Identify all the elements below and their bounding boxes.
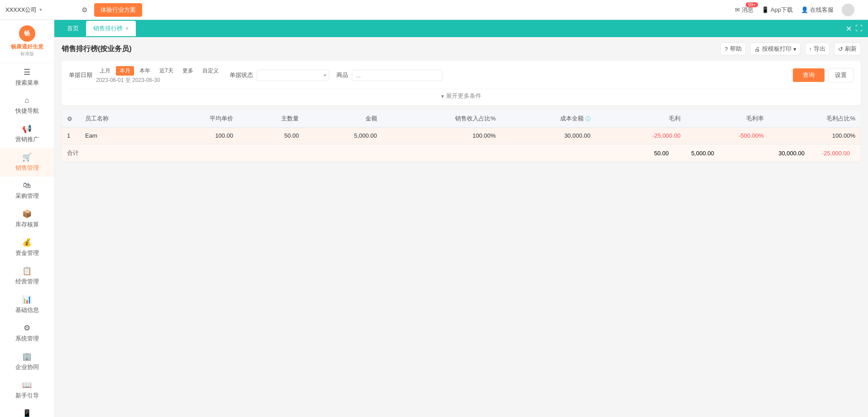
col-name: 员工名称 bbox=[80, 110, 159, 128]
cell-gross: -25,000.00 bbox=[596, 128, 686, 144]
window-maximize-icon[interactable]: ⛶ bbox=[855, 24, 863, 33]
date-filter: 单据日期 上月 本月 本年 近7天 更多 自定义 2023-06-01 至 20… bbox=[69, 66, 222, 84]
cell-cost: 30,000.00 bbox=[501, 128, 596, 144]
cell-amount: 5,000.00 bbox=[304, 128, 382, 144]
col-cost: 成本全额 ⓘ bbox=[501, 110, 596, 128]
col-main-qty: 主数量 bbox=[239, 110, 304, 128]
sidebar-item-inventory[interactable]: 📦 库存核算 bbox=[0, 205, 54, 233]
refresh-button[interactable]: ↺ 刷新 bbox=[834, 43, 861, 55]
sidebar-item-appstore[interactable]: 📱 应用中心 bbox=[0, 404, 54, 417]
company-name: XXXXX公司 bbox=[5, 6, 37, 14]
sidebar-item-operations[interactable]: 📋 经营管理 bbox=[0, 262, 54, 290]
settings-icon[interactable]: ⚙ bbox=[78, 4, 91, 16]
tab-home[interactable]: 首页 bbox=[60, 21, 86, 36]
col-gross: 毛利 bbox=[596, 110, 686, 128]
tab-close-icon[interactable]: × bbox=[125, 25, 129, 32]
online-service-icon: 👤 bbox=[801, 6, 808, 13]
sidebar-item-basics[interactable]: 📊 基础信息 bbox=[0, 290, 54, 319]
sidebar-label-operations: 经营管理 bbox=[15, 278, 39, 286]
date-tab-7days[interactable]: 近7天 bbox=[156, 66, 177, 76]
expand-conditions-button[interactable]: ▾ 展开更多条件 bbox=[441, 92, 481, 100]
col-settings: ⚙ bbox=[62, 110, 80, 128]
sidebar-label-enterprise: 企业协同 bbox=[15, 363, 39, 371]
app-download-icon: 📱 bbox=[762, 6, 769, 13]
avatar[interactable] bbox=[842, 4, 854, 16]
tab-bar: 首页 销售排行榜 × ✕ ⛶ bbox=[54, 20, 868, 37]
cell-main-qty: 50.00 bbox=[239, 128, 304, 144]
guide-icon: 📖 bbox=[22, 380, 32, 390]
operations-icon: 📋 bbox=[22, 266, 32, 276]
filter-row: 单据日期 上月 本月 本年 近7天 更多 自定义 2023-06-01 至 20… bbox=[69, 66, 854, 84]
print-icon: 🖨 bbox=[754, 46, 760, 53]
page-title: 销售排行榜(按业务员) bbox=[62, 44, 132, 54]
sidebar-item-guide[interactable]: 📖 新手引导 bbox=[0, 376, 54, 404]
footer-sales-pct-spacer bbox=[714, 150, 759, 157]
message-badge: 99+ bbox=[746, 2, 758, 7]
col-settings-icon[interactable]: ⚙ bbox=[67, 115, 72, 122]
sidebar-item-purchase[interactable]: 🛍 采购管理 bbox=[0, 177, 54, 205]
status-select[interactable] bbox=[257, 70, 329, 81]
cell-sales-pct: 100.00% bbox=[383, 128, 501, 144]
company-chevron-icon: ▾ bbox=[39, 7, 42, 13]
cell-name: Eam bbox=[80, 128, 159, 144]
finance-icon: 💰 bbox=[22, 238, 32, 247]
footer-amount: 5,000.00 bbox=[669, 150, 714, 157]
date-tab-last-month[interactable]: 上月 bbox=[96, 66, 114, 76]
trial-button[interactable]: 体验行业方案 bbox=[94, 3, 142, 17]
tab-sales-ranking-label: 销售排行榜 bbox=[93, 24, 123, 33]
sidebar-item-finance[interactable]: 💰 资金管理 bbox=[0, 233, 54, 262]
sidebar-item-sales[interactable]: 🛒 销售管理 bbox=[0, 148, 54, 177]
page-header: 销售排行榜(按业务员) ? 帮助 🖨 按模板打印 ▾ ↑ 导出 bbox=[62, 43, 861, 55]
sidebar-label-search: 搜索菜单 bbox=[15, 79, 39, 87]
tab-sales-ranking[interactable]: 销售排行榜 × bbox=[86, 21, 136, 36]
date-tab-custom[interactable]: 自定义 bbox=[199, 66, 222, 76]
export-label: 导出 bbox=[814, 45, 825, 53]
date-tab-this-month[interactable]: 本月 bbox=[116, 66, 134, 76]
sidebar-item-quicknav[interactable]: ⌂ 快捷导航 bbox=[0, 91, 54, 120]
window-close-icon[interactable]: ✕ bbox=[846, 24, 852, 33]
message-button[interactable]: ✉ 消息 99+ bbox=[735, 6, 753, 14]
filter-settings-button[interactable]: 设置 bbox=[828, 68, 854, 82]
status-filter: 单据状态 bbox=[230, 70, 329, 81]
footer-label: 合计 bbox=[67, 149, 79, 157]
sidebar-label-guide: 新手引导 bbox=[15, 392, 39, 400]
top-bar: XXXXX公司 ▾ ⚙ 体验行业方案 ✉ 消息 99+ 📱 App下载 👤 在线… bbox=[0, 0, 868, 20]
col-amount: 金额 bbox=[304, 110, 382, 128]
home-icon: ⌂ bbox=[24, 96, 29, 105]
date-tabs: 上月 本月 本年 近7天 更多 自定义 bbox=[96, 66, 222, 76]
date-range-display: 2023-06-01 至 2023-06-30 bbox=[96, 77, 222, 84]
cell-gross-rate: -500.00% bbox=[686, 128, 769, 144]
date-tab-this-year[interactable]: 本年 bbox=[136, 66, 154, 76]
col-avg-price: 平均单价 bbox=[159, 110, 238, 128]
refresh-label: 刷新 bbox=[845, 45, 857, 53]
sidebar-label-system: 系统管理 bbox=[15, 335, 39, 343]
help-button[interactable]: ? 帮助 bbox=[720, 43, 745, 55]
sidebar-label-sales: 销售管理 bbox=[15, 164, 39, 172]
search-icon: ☰ bbox=[24, 67, 30, 77]
date-tab-more[interactable]: 更多 bbox=[179, 66, 197, 76]
sidebar-item-marketing[interactable]: 📢 营销推广 bbox=[0, 120, 54, 148]
basics-icon: 📊 bbox=[22, 295, 32, 304]
sidebar-item-search[interactable]: ☰ 搜索菜单 bbox=[0, 63, 54, 91]
app-download-label: App下载 bbox=[771, 6, 793, 14]
footer-main-qty: 50.00 bbox=[633, 150, 669, 157]
sidebar-label-inventory: 库存核算 bbox=[15, 220, 39, 229]
app-download-button[interactable]: 📱 App下载 bbox=[762, 6, 793, 14]
logo-char: 畅 bbox=[24, 29, 30, 38]
system-icon: ⚙ bbox=[24, 323, 30, 333]
refresh-icon: ↺ bbox=[838, 46, 843, 53]
print-button[interactable]: 🖨 按模板打印 ▾ bbox=[750, 43, 801, 55]
cell-avg-price: 100.00 bbox=[159, 128, 238, 144]
help-icon: ? bbox=[724, 46, 728, 53]
sidebar-item-system[interactable]: ⚙ 系统管理 bbox=[0, 319, 54, 347]
export-button[interactable]: ↑ 导出 bbox=[805, 43, 830, 55]
status-filter-label: 单据状态 bbox=[230, 71, 253, 79]
footer-spacer bbox=[153, 150, 633, 157]
goods-input[interactable] bbox=[352, 70, 442, 81]
company-selector[interactable]: XXXXX公司 ▾ bbox=[5, 6, 78, 14]
page-actions: ? 帮助 🖨 按模板打印 ▾ ↑ 导出 ↺ 刷新 bbox=[720, 43, 861, 55]
cell-rank: 1 bbox=[62, 128, 80, 144]
online-service-button[interactable]: 👤 在线客服 bbox=[801, 6, 834, 14]
query-button[interactable]: 查询 bbox=[793, 68, 825, 82]
sidebar-item-enterprise[interactable]: 🏢 企业协同 bbox=[0, 347, 54, 376]
